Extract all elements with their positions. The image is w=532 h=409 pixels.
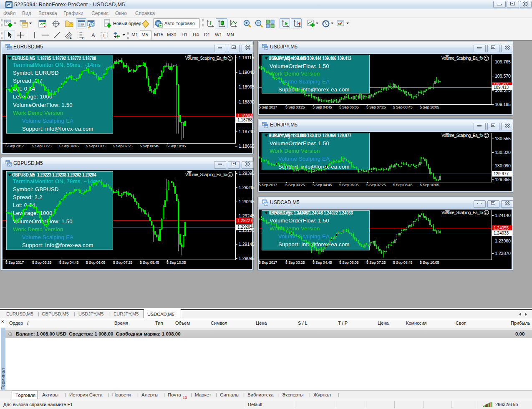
- svg-text:E: E: [70, 36, 72, 39]
- svg-text:T: T: [103, 33, 106, 38]
- svg-text:F: F: [82, 36, 84, 39]
- svg-text:A: A: [91, 32, 95, 38]
